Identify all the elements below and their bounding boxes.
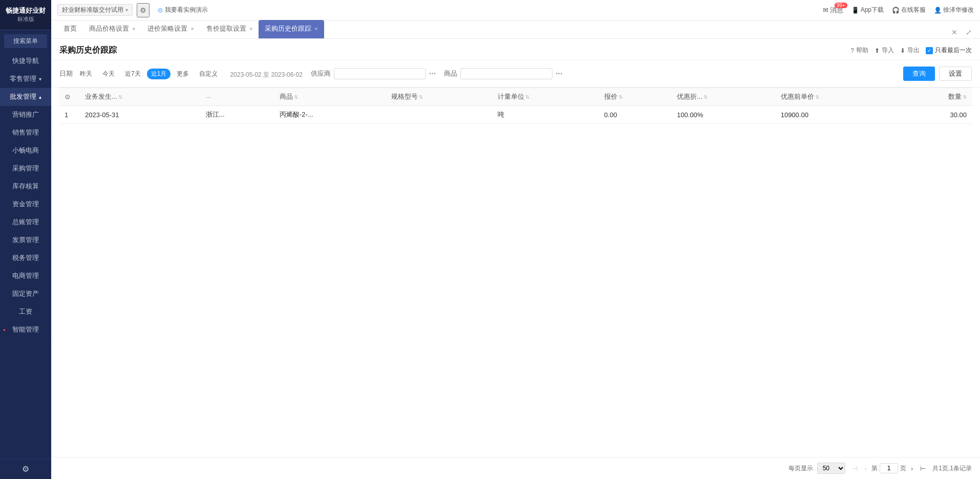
sidebar-item-purchase[interactable]: 采购管理 <box>0 160 51 178</box>
gear-icon[interactable]: ⚙ <box>65 93 71 101</box>
search-menu-button[interactable]: 搜索菜单 <box>4 34 47 48</box>
sidebar-item-inventory[interactable]: 库存核算 <box>0 178 51 195</box>
edition-selector[interactable]: 好业财标准版交付试用 ▾ <box>57 4 133 16</box>
page-title: 采购历史价跟踪 <box>59 45 117 56</box>
topbar: 好业财标准版交付试用 ▾ ⚙ ⊙ 我要看实例演示 ✉ 消息 99+ 📱 App下… <box>51 0 980 20</box>
goods-input[interactable] <box>460 68 552 79</box>
date-btn-custom[interactable]: 自定义 <box>195 69 222 79</box>
sort-goods[interactable]: 商品 ⇅ <box>280 92 381 101</box>
message-button[interactable]: ✉ 消息 99+ <box>823 6 843 15</box>
sidebar-item-ecommerce[interactable]: 电商管理 <box>0 267 51 285</box>
close-window-button[interactable]: ✕ <box>949 26 960 38</box>
sidebar-item-ledger[interactable]: 总账管理 <box>0 213 51 231</box>
import-button[interactable]: ⬆ 导入 <box>875 46 894 55</box>
last-page-button[interactable]: ⊢ <box>918 464 928 473</box>
mobile-icon: 📱 <box>851 7 859 14</box>
sort-qty[interactable]: 数量 ⇅ <box>904 92 967 101</box>
tab-price-settings[interactable]: 商品价格设置 × <box>83 20 141 38</box>
sort-discount[interactable]: 优惠折... ⇅ <box>677 92 771 101</box>
cell-unit: 吨 <box>493 106 599 124</box>
first-page-button[interactable]: ⊣ <box>849 464 860 473</box>
online-service-button[interactable]: 🎧 在线客服 <box>892 6 926 14</box>
sidebar-item-retail[interactable]: 零售管理 ▾ <box>0 70 51 88</box>
sidebar-item-assets[interactable]: 固定资产 <box>0 285 51 303</box>
th-date[interactable]: 业务发生... ⇅ <box>80 88 201 106</box>
sidebar-item-ecommerce-small[interactable]: 小畅电商 <box>0 142 51 160</box>
sort-icon: ⇅ <box>619 94 623 100</box>
sidebar-item-finance[interactable]: 资金管理 <box>0 195 51 213</box>
tab-close-icon[interactable]: × <box>249 26 252 32</box>
th-settings[interactable]: ⚙ <box>59 88 80 106</box>
tab-close-icon[interactable]: × <box>132 26 135 32</box>
app-download-button[interactable]: 📱 App下载 <box>851 6 884 14</box>
date-btn-1month[interactable]: 近1月 <box>147 69 171 79</box>
per-page-select[interactable]: 50 10 20 100 <box>817 463 845 474</box>
export-icon: ⬇ <box>900 47 905 54</box>
next-page-button[interactable]: › <box>908 464 915 473</box>
sidebar-item-payroll[interactable]: 工资 <box>0 303 51 321</box>
sidebar-search[interactable]: 搜索菜单 <box>0 30 51 52</box>
tab-sale-price[interactable]: 售价提取设置 × <box>200 20 259 38</box>
cell-supplier: 浙江... <box>201 106 274 124</box>
dots-icon[interactable]: ··· <box>206 93 211 101</box>
settings-icon[interactable]: ⚙ <box>22 465 29 473</box>
th-goods[interactable]: 商品 ⇅ <box>274 88 386 106</box>
filter-row: 日期 昨天 今天 近7天 近1月 更多 自定义 2023-05-02 至 202… <box>59 67 972 81</box>
sort-unit-price[interactable]: 优惠前单价 ⇅ <box>781 92 894 101</box>
goods-more-icon[interactable]: ··· <box>556 69 562 78</box>
table-row[interactable]: 1 2023-05-31 浙江... 丙烯酸-2-... 吨 0.00 100.… <box>59 106 972 124</box>
date-filter-label: 日期 <box>59 69 73 78</box>
supplier-more-icon[interactable]: ··· <box>429 69 436 78</box>
maximize-window-button[interactable]: ⤢ <box>964 26 974 38</box>
sort-date[interactable]: 业务发生... ⇅ <box>85 92 196 101</box>
cell-seq: 1 <box>59 106 80 124</box>
date-btn-today[interactable]: 今天 <box>98 69 119 79</box>
tab-close-icon[interactable]: × <box>314 26 317 32</box>
sort-spec[interactable]: 规格型号 ⇅ <box>391 92 487 101</box>
th-spec[interactable]: 规格型号 ⇅ <box>386 88 493 106</box>
th-unit-price[interactable]: 优惠前单价 ⇅ <box>776 88 899 106</box>
help-button[interactable]: ? 帮助 <box>850 46 868 55</box>
date-btn-more[interactable]: 更多 <box>173 69 193 79</box>
sort-unit[interactable]: 计量单位 ⇅ <box>498 92 594 101</box>
tab-home-label: 首页 <box>63 24 77 33</box>
tab-sale-label: 售价提取设置 <box>206 24 246 33</box>
user-profile-button[interactable]: 👤 徐泽华修改 <box>934 6 974 14</box>
topbar-gear-button[interactable]: ⚙ <box>137 3 150 17</box>
app-logo-title: 畅捷通好业财 <box>4 6 47 15</box>
sidebar-item-sales[interactable]: 销售管理 <box>0 124 51 142</box>
date-range-display: 2023-05-02 至 2023-06-02 <box>230 71 302 79</box>
th-discount[interactable]: 优惠折... ⇅ <box>672 88 776 106</box>
sidebar-item-wholesale[interactable]: 批发管理 ▴ <box>0 88 51 106</box>
sidebar-item-marketing[interactable]: 营销推广 <box>0 106 51 124</box>
main-area: 好业财标准版交付试用 ▾ ⚙ ⊙ 我要看实例演示 ✉ 消息 99+ 📱 App下… <box>51 0 980 479</box>
tab-cost-strategy[interactable]: 进价策略设置 × <box>141 20 200 38</box>
settings-button[interactable]: 设置 <box>939 67 972 81</box>
demo-button[interactable]: ⊙ 我要看实例演示 <box>158 6 208 14</box>
tab-close-icon[interactable]: × <box>190 26 194 32</box>
sidebar-quick-nav[interactable]: 快捷导航 <box>0 52 51 70</box>
page-input[interactable] <box>880 463 898 473</box>
message-icon: ✉ <box>823 6 828 14</box>
date-btn-7days[interactable]: 近7天 <box>121 69 145 79</box>
th-qty[interactable]: 数量 ⇅ <box>899 88 972 106</box>
query-button[interactable]: 查询 <box>903 67 935 81</box>
sidebar-item-invoice[interactable]: 发票管理 <box>0 231 51 249</box>
th-dots[interactable]: ··· <box>201 88 274 106</box>
sidebar-item-ai[interactable]: 智能管理 <box>0 321 51 339</box>
sort-price[interactable]: 报价 ⇅ <box>604 92 667 101</box>
sidebar-item-tax[interactable]: 税务管理 <box>0 249 51 267</box>
th-unit[interactable]: 计量单位 ⇅ <box>493 88 599 106</box>
checkbox-icon[interactable]: ✓ <box>926 47 933 54</box>
only-last-checkbox[interactable]: ✓ 只看最后一次 <box>926 46 972 55</box>
date-btn-yesterday[interactable]: 昨天 <box>76 69 96 79</box>
headset-icon: 🎧 <box>892 7 900 14</box>
cell-price: 0.00 <box>599 106 672 124</box>
tab-home[interactable]: 首页 <box>57 20 83 38</box>
export-button[interactable]: ⬇ 导出 <box>900 46 920 55</box>
prev-page-button[interactable]: ‹ <box>862 464 869 473</box>
tab-purchase-history[interactable]: 采购历史价跟踪 × <box>259 20 324 38</box>
user-icon: 👤 <box>934 7 942 14</box>
th-price[interactable]: 报价 ⇅ <box>599 88 672 106</box>
supplier-input[interactable] <box>334 68 426 79</box>
